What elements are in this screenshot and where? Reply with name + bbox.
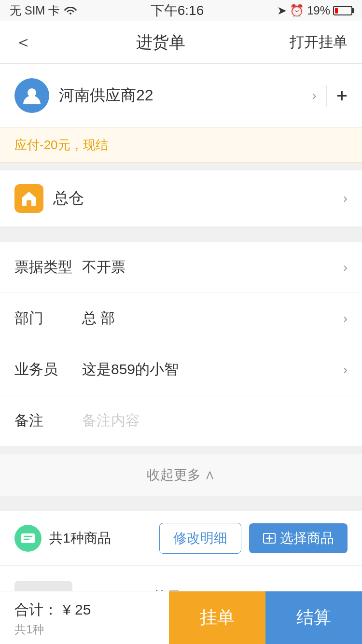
- total-count: 共1种: [14, 622, 154, 637]
- pending-button[interactable]: 挂单: [169, 591, 265, 644]
- warehouse-chevron-icon: ›: [343, 191, 348, 206]
- wifi-icon: [64, 4, 77, 17]
- status-bar-right: ➤ ⏰ 19%: [277, 4, 352, 17]
- remark-row[interactable]: 备注 备注内容: [0, 395, 362, 446]
- warehouse-icon: [14, 184, 43, 213]
- total-label: 合计：: [14, 602, 58, 617]
- location-icon: ➤: [277, 4, 287, 17]
- ticket-type-value: 不开票: [82, 257, 343, 277]
- salesman-chevron-icon: ›: [343, 362, 348, 378]
- bottom-total: 合计： ¥ 25 共1种: [0, 591, 169, 644]
- department-row[interactable]: 部门 总 部 ›: [0, 293, 362, 344]
- ticket-type-chevron-icon: ›: [343, 260, 348, 275]
- select-product-label: 选择商品: [280, 529, 334, 547]
- supplier-name: 河南供应商22: [59, 85, 312, 106]
- department-value: 总 部: [82, 308, 343, 328]
- supplier-notice: 应付-20元，现结: [0, 127, 362, 163]
- supplier-chevron-icon: ›: [312, 88, 316, 103]
- status-bar-time: 下午6:16: [151, 1, 204, 20]
- supplier-avatar: [14, 78, 49, 113]
- collapse-bar[interactable]: 收起更多 ∧: [0, 454, 362, 496]
- gap-1: [0, 163, 362, 170]
- supplier-row[interactable]: 河南供应商22 › +: [0, 64, 362, 127]
- select-product-button[interactable]: 选择商品: [249, 523, 348, 553]
- salesman-value: 这是859的小智: [82, 360, 343, 379]
- carrier-label: 无 SIM 卡: [10, 3, 60, 18]
- svg-rect-3: [21, 533, 35, 543]
- gap-3: [0, 504, 362, 511]
- nav-bar: ＜ 进货单 打开挂单: [0, 21, 362, 64]
- form-section: 票据类型 不开票 › 部门 总 部 › 业务员 这是859的小智 › 备注 备注…: [0, 242, 362, 446]
- status-bar-left: 无 SIM 卡: [10, 3, 77, 18]
- warehouse-name: 总仓: [53, 188, 343, 209]
- page-title: 进货单: [136, 31, 185, 54]
- total-amount: 合计： ¥ 25: [14, 599, 154, 620]
- warehouse-row[interactable]: 总仓 ›: [0, 170, 362, 226]
- add-supplier-button[interactable]: +: [326, 85, 348, 107]
- products-header: 共1种商品 修改明细 选择商品: [0, 511, 362, 565]
- checkout-button[interactable]: 结算: [265, 591, 362, 644]
- products-icon: [14, 525, 42, 552]
- salesman-label: 业务员: [14, 360, 72, 379]
- back-button[interactable]: ＜: [14, 30, 32, 54]
- products-count: 共1种商品: [49, 529, 159, 547]
- remark-label: 备注: [14, 411, 72, 431]
- modify-detail-button[interactable]: 修改明细: [159, 523, 241, 554]
- battery-icon: [333, 6, 352, 15]
- ticket-type-label: 票据类型: [14, 257, 72, 277]
- battery-percent: 19%: [307, 4, 330, 17]
- svg-rect-2: [27, 200, 31, 206]
- remark-input[interactable]: 备注内容: [82, 411, 348, 431]
- main-content: 河南供应商22 › + 应付-20元，现结 总仓 › 票据类型 不开票 › 部门…: [0, 64, 362, 644]
- status-bar: 无 SIM 卡 下午6:16 ➤ ⏰ 19%: [0, 0, 362, 21]
- department-label: 部门: [14, 308, 72, 328]
- open-pending-button[interactable]: 打开挂单: [290, 32, 348, 52]
- supplier-section: 河南供应商22 › + 应付-20元，现结: [0, 64, 362, 163]
- total-value: ¥ 25: [63, 602, 91, 617]
- salesman-row[interactable]: 业务员 这是859的小智 ›: [0, 344, 362, 395]
- alarm-icon: ⏰: [290, 4, 304, 17]
- department-chevron-icon: ›: [343, 311, 348, 326]
- gap-2: [0, 234, 362, 242]
- bottom-bar: 合计： ¥ 25 共1种 挂单 结算: [0, 591, 362, 644]
- ticket-type-row[interactable]: 票据类型 不开票 ›: [0, 242, 362, 293]
